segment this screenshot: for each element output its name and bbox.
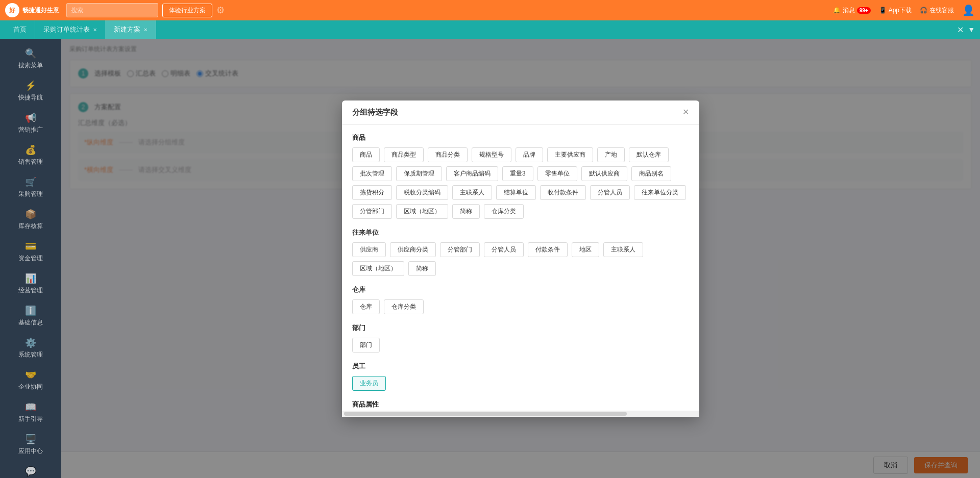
sidebar-item-12[interactable]: 🖥️ 应用中心 <box>18 429 43 461</box>
sidebar-item-1[interactable]: ⚡ 快捷导航 <box>18 75 43 107</box>
field-section-0: 商品商品商品类型商品分类规格型号品牌主要供应商产地默认仓库批次管理保质期管理客户… <box>352 133 689 219</box>
field-tag-0-9[interactable]: 保质期管理 <box>396 166 442 181</box>
sidebar-label-4: 采购管理 <box>18 190 43 198</box>
tab-new-plan[interactable]: 新建方案 ✕ <box>106 20 156 39</box>
close-tab-new-plan[interactable]: ✕ <box>143 27 148 33</box>
field-tag-1-4[interactable]: 付款条件 <box>528 242 568 257</box>
sidebar-icon-0: 🔍 <box>25 48 36 59</box>
mobile-icon: 📱 <box>879 7 887 14</box>
user-avatar[interactable]: 👤 <box>962 4 975 16</box>
field-tag-1-6[interactable]: 主联系人 <box>603 242 643 257</box>
sidebar-item-0[interactable]: 🔍 搜索菜单 <box>18 43 43 75</box>
app-download-label: App下载 <box>889 6 912 15</box>
field-tag-1-5[interactable]: 地区 <box>572 242 599 257</box>
field-tag-0-16[interactable]: 税收分类编码 <box>396 185 448 200</box>
modal-close-btn[interactable]: ✕ <box>682 108 689 116</box>
field-tag-0-19[interactable]: 收付款条件 <box>540 185 586 200</box>
sidebar-item-9[interactable]: ⚙️ 系统管理 <box>18 332 43 364</box>
sidebar-item-2[interactable]: 📢 营销推广 <box>18 107 43 139</box>
sidebar-item-8[interactable]: ℹ️ 基础信息 <box>18 300 43 332</box>
top-search-input[interactable] <box>66 3 158 17</box>
modal-hscroll <box>342 411 699 417</box>
field-tag-1-3[interactable]: 分管人员 <box>484 242 524 257</box>
sidebar-item-5[interactable]: 📦 库存核算 <box>18 204 43 236</box>
field-tag-0-4[interactable]: 品牌 <box>516 147 543 162</box>
sidebar-item-7[interactable]: 📊 经营管理 <box>18 268 43 300</box>
field-tag-1-7[interactable]: 区域（地区） <box>352 261 404 276</box>
sidebar-icon-3: 💰 <box>25 144 36 156</box>
sidebar-icon-5: 📦 <box>25 209 36 220</box>
field-tag-0-17[interactable]: 主联系人 <box>452 185 492 200</box>
field-tag-0-12[interactable]: 零售单位 <box>537 166 577 181</box>
notifications-item[interactable]: 🔔 消息 99+ <box>833 6 871 15</box>
tab-home[interactable]: 首页 <box>5 20 35 39</box>
field-tag-1-1[interactable]: 供应商分类 <box>390 242 436 257</box>
sidebar-label-8: 基础信息 <box>18 318 43 327</box>
field-tag-0-1[interactable]: 商品类型 <box>384 147 424 162</box>
field-tag-0-14[interactable]: 商品别名 <box>631 166 671 181</box>
modal-overlay: 分组待选字段 ✕ 商品商品商品类型商品分类规格型号品牌主要供应商产地默认仓库批次… <box>61 39 980 478</box>
field-tag-1-0[interactable]: 供应商 <box>352 242 386 257</box>
modal-title: 分组待选字段 <box>352 108 398 117</box>
field-tag-0-5[interactable]: 主要供应商 <box>547 147 593 162</box>
modal-body[interactable]: 商品商品商品类型商品分类规格型号品牌主要供应商产地默认仓库批次管理保质期管理客户… <box>342 125 699 411</box>
sidebar-item-6[interactable]: 💳 资金管理 <box>18 236 43 268</box>
online-service-item[interactable]: 🎧 在线客服 <box>920 6 954 15</box>
field-tag-0-11[interactable]: 重量3 <box>502 166 533 181</box>
sidebar-item-11[interactable]: 📖 新手引导 <box>18 396 43 429</box>
sidebar-item-3[interactable]: 💰 销售管理 <box>18 139 43 171</box>
sidebar-label-3: 销售管理 <box>18 158 43 166</box>
field-tag-0-23[interactable]: 区域（地区） <box>396 204 448 219</box>
field-tag-1-8[interactable]: 简称 <box>408 261 436 276</box>
sidebar: 🔍 搜索菜单 ⚡ 快捷导航 📢 营销推广 💰 销售管理 🛒 采购管理 📦 库存核… <box>0 39 61 478</box>
modal-header: 分组待选字段 ✕ <box>342 100 699 125</box>
field-tag-3-0[interactable]: 部门 <box>352 338 380 353</box>
sidebar-icon-13: 💬 <box>25 466 36 477</box>
sidebar-item-13[interactable]: 💬 企业微信 <box>18 461 43 478</box>
field-tag-1-2[interactable]: 分管部门 <box>440 242 480 257</box>
field-tag-0-20[interactable]: 分管人员 <box>590 185 630 200</box>
sidebar-icon-6: 💳 <box>25 241 36 252</box>
close-all-tabs-icon[interactable]: ✕ <box>957 25 964 35</box>
sidebar-item-10[interactable]: 🤝 企业协同 <box>18 364 43 396</box>
section-title-0: 商品 <box>352 133 689 142</box>
logo-icon: 好 <box>5 3 19 17</box>
field-tag-0-7[interactable]: 默认仓库 <box>629 147 669 162</box>
field-section-1: 往来单位供应商供应商分类分管部门分管人员付款条件地区主联系人区域（地区）简称 <box>352 228 689 276</box>
tabs-menu-icon[interactable]: ▼ <box>968 26 975 34</box>
field-tag-0-13[interactable]: 默认供应商 <box>581 166 627 181</box>
field-tag-0-8[interactable]: 批次管理 <box>352 166 392 181</box>
field-tag-0-21[interactable]: 往来单位分类 <box>634 185 686 200</box>
sidebar-icon-11: 📖 <box>25 401 36 413</box>
online-service-label: 在线客服 <box>929 6 954 15</box>
app-download-item[interactable]: 📱 App下载 <box>879 6 912 15</box>
sidebar-label-6: 资金管理 <box>18 254 43 263</box>
settings-icon[interactable]: ⚙ <box>216 5 225 16</box>
logo-text: 畅捷通好生意 <box>22 6 59 15</box>
section-title-2: 仓库 <box>352 285 689 294</box>
field-tag-2-0[interactable]: 仓库 <box>352 299 380 314</box>
field-tags-4: 业务员 <box>352 376 689 391</box>
field-tag-0-22[interactable]: 分管部门 <box>352 204 392 219</box>
field-tag-0-2[interactable]: 商品分类 <box>428 147 468 162</box>
top-bar: 好 畅捷通好生意 体验行业方案 ⚙ 🔔 消息 99+ 📱 App下载 🎧 在线客… <box>0 0 980 20</box>
logo-area: 好 畅捷通好生意 <box>5 3 66 17</box>
field-tag-0-3[interactable]: 规格型号 <box>472 147 511 162</box>
sidebar-icon-1: ⚡ <box>25 80 36 91</box>
sidebar-label-9: 系统管理 <box>18 350 43 359</box>
field-tag-0-15[interactable]: 拣货积分 <box>352 185 392 200</box>
field-tag-0-10[interactable]: 客户商品编码 <box>446 166 498 181</box>
field-tag-0-24[interactable]: 简称 <box>452 204 480 219</box>
sidebar-item-4[interactable]: 🛒 采购管理 <box>18 171 43 204</box>
field-tag-2-1[interactable]: 仓库分类 <box>384 299 424 314</box>
field-tag-0-25[interactable]: 仓库分类 <box>484 204 524 219</box>
field-tag-0-6[interactable]: 产地 <box>597 147 625 162</box>
field-tag-0-18[interactable]: 结算单位 <box>496 185 536 200</box>
tab-purchase-order[interactable]: 采购订单统计表 ✕ <box>35 20 106 39</box>
field-section-5: 商品属性属性颜色多规格尺码鞋码1 <box>352 400 689 411</box>
close-tab-purchase[interactable]: ✕ <box>93 27 97 33</box>
field-section-4: 员工业务员 <box>352 362 689 391</box>
field-tag-0-0[interactable]: 商品 <box>352 147 380 162</box>
trial-btn[interactable]: 体验行业方案 <box>162 4 212 17</box>
field-tag-4-0[interactable]: 业务员 <box>352 376 386 391</box>
